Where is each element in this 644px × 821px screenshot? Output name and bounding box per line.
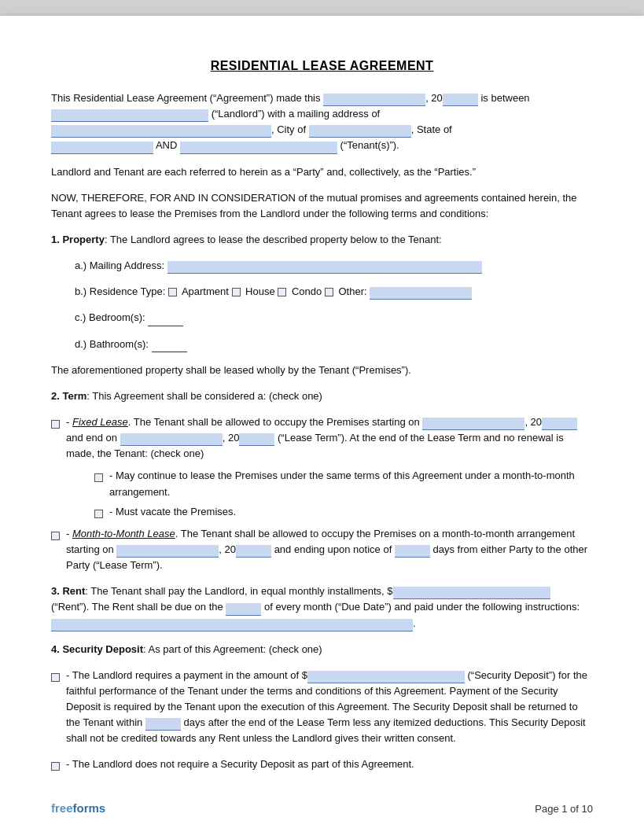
brand-free: free bbox=[51, 801, 73, 815]
month-lease-label: Month-to-Month Lease bbox=[72, 528, 175, 539]
year-field[interactable] bbox=[443, 94, 478, 106]
section1-a: a.) Mailing Address: bbox=[75, 258, 593, 274]
section3-para: 3. Rent: The Tenant shall pay the Landlo… bbox=[51, 584, 593, 631]
payment-instructions-field[interactable] bbox=[51, 619, 413, 631]
consideration-text: NOW, THEREFORE, FOR AND IN CONSIDERATION… bbox=[51, 190, 593, 222]
security-deposit-option2: - The Landlord does not require a Securi… bbox=[51, 757, 593, 774]
fixed-lease-checkbox[interactable] bbox=[51, 420, 60, 429]
section1-c: c.) Bedroom(s): bbox=[75, 310, 593, 326]
state-field[interactable] bbox=[51, 142, 153, 154]
intro-paragraph: This Residential Lease Agreement (“Agree… bbox=[51, 90, 593, 154]
section4-header-para: 4. Security Deposit: As part of this Agr… bbox=[51, 642, 593, 657]
no-security-deposit-checkbox[interactable] bbox=[51, 762, 60, 771]
landlord-name-field[interactable] bbox=[51, 109, 208, 122]
section1-d: d.) Bathroom(s): bbox=[75, 337, 593, 352]
due-date-field[interactable] bbox=[226, 603, 261, 616]
brand-logo: freeforms bbox=[51, 801, 105, 815]
mailing-address-field[interactable] bbox=[51, 125, 271, 138]
security-deposit-option1: - The Landlord requires a payment in the… bbox=[51, 668, 593, 747]
lease-end-field[interactable] bbox=[120, 433, 223, 446]
document-page: RESIDENTIAL LEASE AGREEMENT This Residen… bbox=[0, 16, 644, 821]
condo-checkbox[interactable] bbox=[278, 288, 286, 296]
section1-header-para: 1. Property: The Landlord agrees to leas… bbox=[51, 232, 593, 248]
party-note: Landlord and Tenant are each referred to… bbox=[51, 164, 593, 180]
section2-header: 2. Term bbox=[51, 390, 86, 402]
section1-items: a.) Mailing Address: b.) Residence Type:… bbox=[75, 258, 593, 352]
section2-header-para: 2. Term: This Agreement shall be conside… bbox=[51, 388, 593, 404]
month-lease-row: - Month-to-Month Lease. The Tenant shall… bbox=[51, 526, 593, 573]
other-type-field[interactable] bbox=[370, 287, 472, 300]
document-title: RESIDENTIAL LEASE AGREEMENT bbox=[51, 59, 593, 73]
lease-start-year-field[interactable] bbox=[542, 418, 577, 430]
continue-option: - May continue to lease the Premises und… bbox=[94, 468, 593, 499]
section1-header: 1. Property bbox=[51, 234, 105, 245]
return-days-field[interactable] bbox=[145, 718, 181, 731]
apartment-checkbox[interactable] bbox=[168, 288, 177, 296]
other-checkbox[interactable] bbox=[325, 288, 333, 296]
notice-days-field[interactable] bbox=[395, 545, 430, 558]
premises-note: The aforementioned property shall be lea… bbox=[51, 363, 593, 378]
vacate-option: - Must vacate the Premises. bbox=[94, 504, 593, 521]
brand-forms: forms bbox=[73, 801, 106, 815]
fixed-lease-row: - Fixed Lease. The Tenant shall be allow… bbox=[51, 414, 593, 462]
security-deposit-required-checkbox[interactable] bbox=[51, 673, 60, 682]
month-start-year-field[interactable] bbox=[236, 545, 271, 558]
lease-start-field[interactable] bbox=[422, 418, 524, 430]
section1-b: b.) Residence Type: Apartment House Cond… bbox=[75, 284, 593, 300]
rent-amount-field[interactable] bbox=[393, 587, 550, 599]
section3-header: 3. Rent bbox=[51, 585, 85, 597]
page-footer: freeforms Page 1 of 10 bbox=[51, 801, 593, 815]
month-start-field[interactable] bbox=[116, 545, 219, 558]
fixed-lease-label: Fixed Lease bbox=[72, 416, 128, 428]
city-field[interactable] bbox=[309, 125, 411, 138]
page-number: Page 1 of 10 bbox=[535, 803, 593, 815]
bedrooms-field[interactable] bbox=[148, 314, 183, 326]
mailing-address-property-field[interactable] bbox=[167, 261, 482, 274]
section4-header: 4. Security Deposit bbox=[51, 643, 143, 655]
continue-lease-checkbox[interactable] bbox=[94, 473, 103, 482]
intro-line1: This Residential Lease Agreement (“Agree… bbox=[51, 92, 321, 104]
month-lease-checkbox[interactable] bbox=[51, 532, 60, 540]
date-field[interactable] bbox=[323, 94, 425, 106]
lease-end-year-field[interactable] bbox=[239, 433, 274, 446]
security-deposit-amount-field[interactable] bbox=[307, 671, 465, 683]
house-checkbox[interactable] bbox=[232, 288, 241, 296]
tenant-name-field[interactable] bbox=[180, 142, 337, 154]
bathrooms-field[interactable] bbox=[152, 340, 187, 352]
vacate-checkbox[interactable] bbox=[94, 510, 103, 518]
